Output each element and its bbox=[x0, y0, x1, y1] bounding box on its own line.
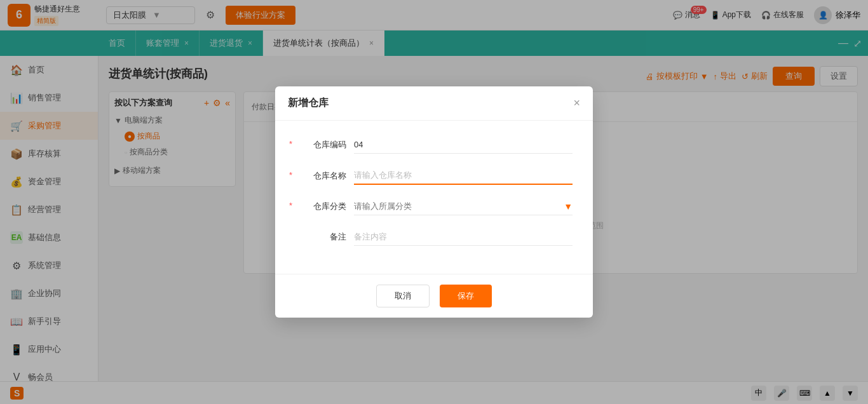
modal-body: 仓库编码 仓库名称 仓库分类 ▼ 备注 bbox=[275, 121, 593, 274]
modal-close-icon[interactable]: × bbox=[573, 97, 580, 110]
remark-input[interactable] bbox=[354, 228, 573, 246]
category-input[interactable] bbox=[354, 198, 564, 215]
category-dropdown-icon[interactable]: ▼ bbox=[564, 201, 573, 212]
category-select-row: ▼ bbox=[354, 198, 573, 215]
name-label: 仓库名称 bbox=[295, 170, 346, 182]
remark-label: 备注 bbox=[295, 231, 346, 243]
form-row-remark: 备注 bbox=[295, 228, 573, 246]
modal-footer: 取消 保存 bbox=[275, 274, 593, 318]
form-row-name: 仓库名称 bbox=[295, 166, 573, 185]
code-input[interactable] bbox=[354, 136, 573, 154]
modal-header: 新增仓库 × bbox=[275, 86, 593, 121]
save-button[interactable]: 保存 bbox=[440, 285, 492, 307]
cancel-button[interactable]: 取消 bbox=[376, 285, 430, 307]
modal-title: 新增仓库 bbox=[288, 97, 329, 110]
code-label: 仓库编码 bbox=[295, 139, 346, 151]
form-row-category: 仓库分类 ▼ bbox=[295, 198, 573, 215]
category-label: 仓库分类 bbox=[295, 201, 346, 212]
form-row-code: 仓库编码 bbox=[295, 136, 573, 154]
name-input[interactable] bbox=[354, 166, 573, 185]
add-warehouse-modal: 新增仓库 × 仓库编码 仓库名称 仓库分类 ▼ 备注 取消 保存 bbox=[275, 86, 593, 318]
